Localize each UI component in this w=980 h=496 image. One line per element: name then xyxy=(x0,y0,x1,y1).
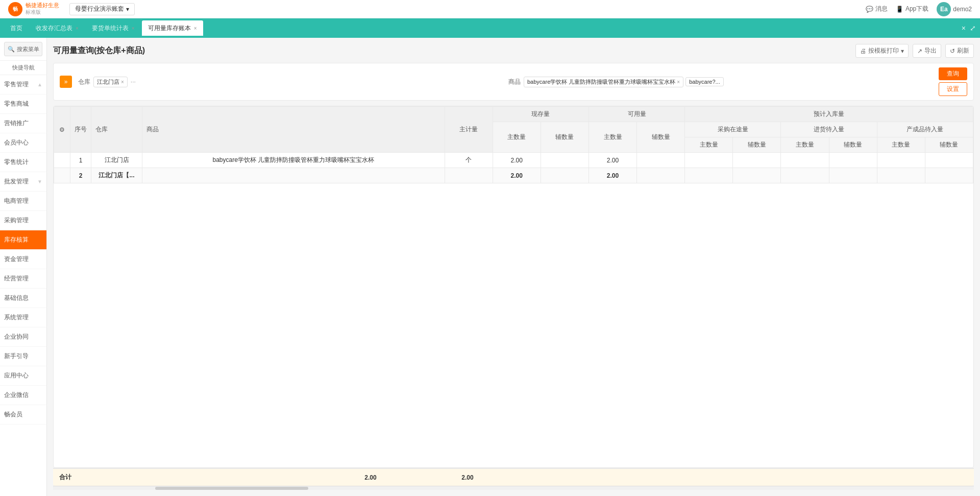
sidebar-item-purchase-mgmt[interactable]: 采购管理 xyxy=(0,211,46,230)
message-icon: 💬 xyxy=(866,6,873,13)
col-finished-pending-main-header: 主数量 xyxy=(877,137,925,153)
scroll-indicator[interactable] xyxy=(53,486,974,490)
sidebar-item-member-center[interactable]: 会员中心 xyxy=(0,133,46,153)
expand-btn[interactable]: ⤢ xyxy=(970,24,976,32)
industry-selector[interactable]: 母婴行业演示账套 ▾ xyxy=(69,3,135,15)
sidebar-item-enterprise-collab[interactable]: 企业协同 xyxy=(0,327,46,347)
sidebar-item-retail-mall[interactable]: 零售商城 xyxy=(0,95,46,114)
product-filter-group: 商品 babycare学饮杯 儿童防摔防撞吸管杯重力球吸嘴杯宝宝水杯 × bab… xyxy=(508,77,933,87)
col-settings-header[interactable]: ⚙ xyxy=(54,107,70,153)
sidebar-item-label: 企业协同 xyxy=(4,333,29,341)
settings-btn[interactable]: 设置 xyxy=(939,82,967,96)
warehouse-tag-close[interactable]: × xyxy=(121,79,124,85)
export-btn[interactable]: ↗ 导出 xyxy=(913,44,941,58)
sidebar-item-label: 畅会员 xyxy=(4,410,22,419)
export-icon: ↗ xyxy=(917,48,922,55)
sidebar-item-label: 资金管理 xyxy=(4,255,29,264)
cell-stock-main: 2.00 xyxy=(493,153,541,168)
product-tag-babycare2[interactable]: babycare?... xyxy=(685,77,724,86)
sidebar: 🔍 搜索菜单 快捷导航 零售管理 ▲ 零售商城 营销推广 会员中心 零售统计 批… xyxy=(0,38,47,496)
col-product-header: 商品 xyxy=(142,107,445,153)
cell-product: babycare学饮杯 儿童防摔防撞吸管杯重力球吸嘴杯宝宝水杯 xyxy=(142,153,445,168)
sidebar-item-enterprise-wechat[interactable]: 企业微信 xyxy=(0,386,46,405)
tab-requisition-stats-label: 要货单统计表 xyxy=(92,24,129,33)
sidebar-item-retail-stats[interactable]: 零售统计 xyxy=(0,153,46,172)
sidebar-item-member[interactable]: 畅会员 xyxy=(0,405,46,424)
filter-actions: 查询 设置 xyxy=(939,67,967,96)
logo-text-area: 畅捷通好生意 标准版 xyxy=(26,2,59,16)
sidebar-item-label: 零售管理 xyxy=(4,80,29,89)
sidebar-item-label: 应用中心 xyxy=(4,371,29,380)
cell-warehouse: 江北门店 xyxy=(91,153,142,168)
sidebar-item-label: 基础信息 xyxy=(4,294,29,302)
sidebar-search-area: 🔍 搜索菜单 xyxy=(0,38,46,61)
cell-settings xyxy=(54,153,70,168)
cell-settings-sub xyxy=(54,168,70,183)
main-layout: 🔍 搜索菜单 快捷导航 零售管理 ▲ 零售商城 营销推广 会员中心 零售统计 批… xyxy=(0,38,980,496)
warehouse-filter-ellipsis[interactable]: ··· xyxy=(131,78,136,85)
tab-home[interactable]: 首页 xyxy=(4,20,29,36)
logo-icon: 畅 xyxy=(8,2,22,16)
scroll-thumb[interactable] xyxy=(155,487,308,490)
sidebar-item-finance-mgmt[interactable]: 资金管理 xyxy=(0,250,46,269)
col-finished-pending-header: 产成品待入量 xyxy=(877,122,973,137)
sidebar-item-system-mgmt[interactable]: 系统管理 xyxy=(0,308,46,327)
cell-product-sub xyxy=(142,168,445,183)
sidebar-item-ecommerce-mgmt[interactable]: 电商管理 xyxy=(0,192,46,211)
template-print-btn[interactable]: 🖨 按模板打印 ▾ xyxy=(855,44,909,58)
app-download-btn[interactable]: 📱 App下载 xyxy=(896,5,928,13)
sidebar-quick-nav[interactable]: 快捷导航 xyxy=(0,61,46,75)
filter-expand-btn[interactable]: » xyxy=(60,76,72,88)
cell-finished-pending-main xyxy=(877,153,925,168)
user-profile[interactable]: Ea demo2 xyxy=(937,2,972,16)
nav-tabs: 首页 收发存汇总表 × 要货单统计表 × 可用量库存账本 × × ⤢ xyxy=(0,18,980,38)
sidebar-item-label: 系统管理 xyxy=(4,313,29,322)
close-all-tabs-btn[interactable]: × xyxy=(962,24,966,32)
sidebar-item-new-guide[interactable]: 新手引导 xyxy=(0,347,46,366)
col-avail-main-header: 主数量 xyxy=(589,122,636,153)
warehouse-label: 仓库 xyxy=(78,78,90,86)
top-bar-right: 💬 消息 📱 App下载 Ea demo2 xyxy=(866,2,972,16)
search-menu-btn[interactable]: 🔍 搜索菜单 xyxy=(4,42,42,56)
sidebar-item-inventory-check[interactable]: 库存核算 xyxy=(0,230,46,250)
sidebar-item-retail-mgmt[interactable]: 零售管理 ▲ xyxy=(0,75,46,95)
sidebar-item-wholesale-mgmt[interactable]: 批发管理 ▼ xyxy=(0,172,46,192)
tab-requisition-stats[interactable]: 要货单统计表 × xyxy=(86,20,141,36)
footer-avail-main: 2.00 xyxy=(442,474,493,481)
cell-inbound-pending-aux xyxy=(829,153,877,168)
sidebar-item-marketing[interactable]: 营销推广 xyxy=(0,114,46,133)
cell-fp-aux-sub xyxy=(925,168,973,183)
col-warehouse-header: 仓库 xyxy=(91,107,142,153)
logo-text: 畅捷通好生意 xyxy=(26,2,59,9)
tab-available-inventory-close[interactable]: × xyxy=(194,26,197,31)
query-btn[interactable]: 查询 xyxy=(939,67,967,80)
product-tag-close[interactable]: × xyxy=(677,79,680,85)
sidebar-item-basic-info[interactable]: 基础信息 xyxy=(0,289,46,308)
tab-available-inventory[interactable]: 可用量库存账本 × xyxy=(142,20,203,36)
table-footer: 合计 2.00 2.00 xyxy=(53,468,974,486)
cell-stock-aux-sub xyxy=(541,168,589,183)
message-btn[interactable]: 💬 消息 xyxy=(866,5,888,13)
col-inbound-pending-aux-header: 辅数量 xyxy=(829,137,877,153)
warehouse-tag-jiangbei[interactable]: 江北门店 × xyxy=(93,77,128,87)
chevron-icon: ▼ xyxy=(37,179,42,184)
sidebar-item-operations-mgmt[interactable]: 经营管理 xyxy=(0,269,46,289)
logo-area: 畅 畅捷通好生意 标准版 xyxy=(8,2,59,16)
tab-receive-pay[interactable]: 收发存汇总表 × xyxy=(30,20,85,36)
cell-warehouse-sub: 江北门店【... xyxy=(91,168,142,183)
cell-finished-pending-aux xyxy=(925,153,973,168)
col-avail-header: 可用量 xyxy=(589,107,684,122)
page-title: 可用量查询(按仓库+商品) xyxy=(53,45,145,56)
cell-pt-aux-sub xyxy=(733,168,781,183)
table-row: 1 江北门店 babycare学饮杯 儿童防摔防撞吸管杯重力球吸嘴杯宝宝水杯 个… xyxy=(54,153,973,168)
refresh-btn[interactable]: ↺ 刷新 xyxy=(945,44,974,58)
sidebar-item-app-center[interactable]: 应用中心 xyxy=(0,366,46,386)
nav-tabs-right: × ⤢ xyxy=(962,24,976,32)
tab-receive-pay-close[interactable]: × xyxy=(76,26,79,31)
product-tag-babycare[interactable]: babycare学饮杯 儿童防摔防撞吸管杯重力球吸嘴杯宝宝水杯 × xyxy=(524,77,683,87)
tab-requisition-stats-close[interactable]: × xyxy=(132,26,135,31)
page-actions: 🖨 按模板打印 ▾ ↗ 导出 ↺ 刷新 xyxy=(855,44,974,58)
cell-ip-main-sub xyxy=(781,168,829,183)
warehouse-tag-label: 江北门店 xyxy=(97,78,119,86)
tab-available-inventory-label: 可用量库存账本 xyxy=(148,24,191,33)
